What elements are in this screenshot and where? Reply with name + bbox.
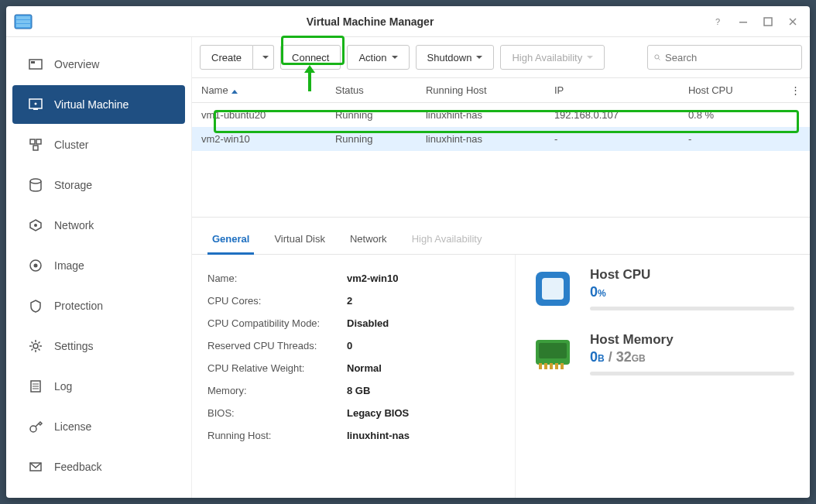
cell-ip: -	[545, 127, 679, 151]
sidebar-icon	[28, 177, 43, 193]
sidebar-item-storage[interactable]: Storage	[12, 166, 185, 204]
cell-host: linuxhint-nas	[417, 127, 545, 151]
detail-value: linuxhint-nas	[347, 430, 410, 441]
close-button[interactable]	[783, 14, 802, 29]
detail-value: 8 GB	[347, 385, 370, 396]
svg-line-29	[658, 58, 660, 60]
detail-row: Memory:8 GB	[207, 379, 499, 402]
col-status[interactable]: Status	[326, 78, 417, 103]
sidebar-icon	[28, 97, 43, 112]
detail-label: Name:	[207, 273, 347, 284]
detail-row: CPU Compatibility Mode:Disabled	[207, 312, 499, 334]
table-row[interactable]: vm1-ubuntu20Runninglinuxhint-nas192.168.…	[192, 103, 810, 128]
svg-rect-31	[542, 278, 564, 300]
toolbar: Create Connect Action Shutdown High Avai…	[192, 37, 810, 77]
sidebar-item-network[interactable]: Network	[12, 206, 185, 245]
sidebar-icon	[28, 298, 43, 314]
chevron-down-icon	[262, 56, 269, 59]
sidebar-icon	[28, 379, 43, 394]
tab-virtual-disk[interactable]: Virtual Disk	[269, 227, 330, 254]
sidebar-item-overview[interactable]: Overview	[12, 45, 185, 84]
titlebar: Virtual Machine Manager ?	[6, 6, 810, 37]
ha-label: High Availability	[512, 52, 582, 63]
svg-rect-5	[739, 22, 747, 23]
col-cpu[interactable]: Host CPU	[679, 78, 781, 103]
chevron-down-icon	[587, 56, 593, 59]
svg-rect-16	[33, 146, 38, 150]
create-dropdown[interactable]	[253, 45, 274, 70]
detail-value: Normal	[347, 362, 382, 374]
col-menu[interactable]: ⋮	[781, 78, 810, 103]
sidebar-item-label: Log	[54, 380, 72, 393]
svg-rect-33	[539, 343, 567, 358]
sidebar-icon	[28, 459, 43, 475]
svg-point-28	[655, 55, 659, 59]
detail-value: 0	[347, 340, 352, 351]
sidebar-icon	[28, 258, 43, 273]
cell-cpu: 0.8 %	[679, 103, 781, 128]
col-host[interactable]: Running Host	[417, 78, 545, 103]
col-name[interactable]: Name	[192, 78, 326, 103]
svg-point-18	[34, 224, 37, 227]
detail-stats: Host CPU 0% Host Memory	[516, 255, 810, 498]
sidebar-item-settings[interactable]: Settings	[12, 327, 185, 365]
detail-label: Running Host:	[207, 430, 347, 441]
chevron-down-icon	[392, 56, 398, 59]
svg-point-20	[34, 264, 38, 268]
svg-rect-34	[539, 363, 542, 369]
svg-rect-35	[544, 363, 547, 369]
sidebar-item-label: Cluster	[54, 139, 88, 151]
svg-rect-36	[550, 363, 553, 369]
svg-rect-12	[33, 108, 38, 110]
svg-point-17	[30, 179, 41, 183]
cell-ip: 192.168.0.107	[545, 103, 679, 128]
svg-rect-1	[16, 16, 30, 19]
sidebar-item-log[interactable]: Log	[12, 367, 185, 406]
detail-row: Name:vm2-win10	[207, 267, 499, 290]
tab-network[interactable]: Network	[345, 227, 392, 254]
col-ip[interactable]: IP	[545, 78, 679, 103]
connect-button[interactable]: Connect	[280, 45, 341, 70]
cell-status: Running	[326, 103, 417, 128]
detail-label: Memory:	[207, 385, 347, 396]
sidebar-item-virtual-machine[interactable]: Virtual Machine	[12, 85, 185, 124]
sidebar-item-label: Settings	[54, 340, 94, 352]
search-box[interactable]	[647, 45, 802, 70]
sidebar-item-license[interactable]: License	[12, 407, 185, 446]
sidebar-item-cluster[interactable]: Cluster	[12, 125, 185, 164]
sidebar-item-label: Virtual Machine	[54, 98, 129, 111]
create-button[interactable]: Create	[200, 45, 253, 70]
detail-row: CPU Cores:2	[207, 290, 499, 312]
detail-tabs: General Virtual Disk Network High Availa…	[192, 218, 810, 255]
memory-icon	[531, 332, 574, 375]
svg-text:?: ?	[715, 17, 720, 26]
app-icon	[14, 14, 33, 29]
shutdown-label: Shutdown	[427, 52, 472, 63]
detail-row: Reserved CPU Threads:0	[207, 334, 499, 357]
detail-value: vm2-win10	[347, 273, 398, 284]
maximize-button[interactable]	[759, 14, 777, 29]
table-row[interactable]: vm2-win10Runninglinuxhint-nas--	[192, 127, 810, 151]
help-button[interactable]: ?	[709, 14, 728, 29]
sidebar-item-feedback[interactable]: Feedback	[12, 447, 185, 486]
cell-name: vm2-win10	[192, 127, 326, 151]
search-input[interactable]	[665, 52, 795, 63]
sidebar-item-label: Feedback	[54, 461, 101, 473]
cpu-icon	[531, 267, 574, 310]
detail-label: CPU Cores:	[207, 295, 347, 307]
minimize-button[interactable]	[734, 14, 753, 29]
table-header-row: Name Status Running Host IP Host CPU ⋮	[192, 78, 810, 103]
search-icon	[654, 52, 660, 63]
action-button[interactable]: Action	[347, 45, 409, 70]
svg-rect-15	[36, 139, 41, 144]
sidebar-item-image[interactable]: Image	[12, 246, 185, 285]
tab-general[interactable]: General	[207, 227, 254, 255]
detail-row: BIOS:Legacy BIOS	[207, 402, 499, 424]
detail-value: Legacy BIOS	[347, 407, 409, 419]
svg-rect-38	[561, 363, 564, 369]
detail-label: Reserved CPU Threads:	[207, 340, 347, 351]
svg-point-21	[33, 344, 38, 348]
shutdown-button[interactable]: Shutdown	[416, 45, 495, 70]
sidebar-item-protection[interactable]: Protection	[12, 286, 185, 325]
sidebar-item-label: Network	[54, 219, 94, 231]
